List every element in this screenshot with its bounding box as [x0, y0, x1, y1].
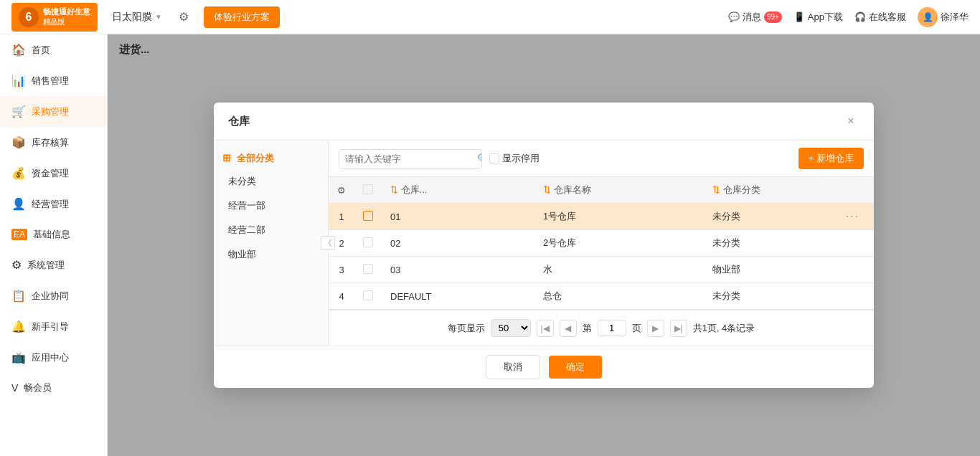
- user-item[interactable]: 👤 徐泽华: [918, 7, 969, 27]
- category-item-dept1[interactable]: 经营一部: [214, 194, 328, 218]
- show-disabled-label[interactable]: 显示停用: [489, 152, 540, 165]
- sidebar-item-enterprise[interactable]: 📋 企业协同: [0, 280, 107, 311]
- sidebar-item-purchase[interactable]: 🛒 采购管理: [0, 96, 107, 127]
- collapse-button[interactable]: 《: [321, 236, 335, 250]
- sidebar-label-enterprise: 企业协同: [32, 290, 69, 303]
- message-icon: 💬: [728, 11, 740, 22]
- sidebar-item-newbie[interactable]: 🔔 新手引导: [0, 311, 107, 342]
- app-download-item[interactable]: 📱 App下载: [793, 11, 843, 24]
- table-row[interactable]: 2 02 2号仓库 未分类: [329, 230, 874, 257]
- sidebar-label-purchase: 采购管理: [32, 105, 69, 118]
- dialog-header: 仓库 ×: [214, 103, 874, 141]
- app-logo: 6 畅捷通好生意 精品版: [11, 3, 98, 32]
- home-icon: 🏠: [11, 43, 26, 57]
- warehouse-table: ⚙ ⇅ 仓库... ⇅ 仓库名称: [329, 177, 874, 310]
- col-code: ⇅ 仓库...: [382, 177, 534, 204]
- header-right: 💬 消息 99+ 📱 App下载 🎧 在线客服 👤 徐泽华: [728, 7, 969, 27]
- sidebar-item-basic[interactable]: EA 基础信息: [0, 219, 107, 250]
- last-page-button[interactable]: ▶|: [670, 320, 687, 337]
- prev-page-button[interactable]: ◀: [560, 320, 577, 337]
- search-input[interactable]: [339, 150, 471, 168]
- sidebar-item-appcenter[interactable]: 📺 应用中心: [0, 342, 107, 373]
- sidebar-item-finance[interactable]: 💰 资金管理: [0, 158, 107, 189]
- sort-icon: ⇅: [390, 184, 398, 195]
- member-icon: V: [11, 382, 18, 394]
- show-disabled-checkbox[interactable]: [489, 153, 499, 163]
- avatar: 👤: [918, 7, 938, 27]
- category-header[interactable]: ⊞ 全部分类: [214, 148, 328, 169]
- row-index: 3: [329, 257, 354, 283]
- sidebar-item-home[interactable]: 🏠 首页: [0, 34, 107, 65]
- settings-icon[interactable]: ⚙: [172, 6, 195, 29]
- row-name: 水: [534, 257, 705, 283]
- row-index: 1: [329, 204, 354, 230]
- online-service-label: 在线客服: [869, 11, 906, 24]
- headset-icon: 🎧: [854, 11, 866, 22]
- sidebar-item-member[interactable]: V 畅会员: [0, 373, 107, 403]
- row-code: 03: [382, 257, 534, 283]
- sidebar-label-inventory: 库存核算: [32, 136, 69, 149]
- search-icon-button[interactable]: 🔍: [471, 150, 482, 168]
- sort-icon-name: ⇅: [543, 184, 551, 195]
- phone-icon: 📱: [793, 11, 805, 22]
- dialog-body: ⊞ 全部分类 《 未分类 经营一部 经营二部 物业部: [214, 141, 874, 346]
- table-row[interactable]: 4 DEFAULT 总仓 未分类: [329, 283, 874, 310]
- sales-icon: 📊: [11, 74, 26, 87]
- page-label: 页: [632, 322, 641, 335]
- dialog-title: 仓库: [228, 115, 250, 128]
- category-item-unclassified[interactable]: 未分类: [214, 169, 328, 194]
- row-checkbox[interactable]: [354, 230, 382, 257]
- col-name: ⇅ 仓库名称: [534, 177, 705, 204]
- row-checkbox[interactable]: [354, 204, 382, 230]
- first-page-button[interactable]: |◀: [537, 320, 554, 337]
- per-page-select[interactable]: 50 100 200: [491, 319, 531, 337]
- select-all-checkbox[interactable]: [363, 184, 373, 194]
- table-row[interactable]: 1 01 1号仓库 未分类 ···: [329, 204, 874, 230]
- inventory-icon: 📦: [11, 136, 26, 149]
- row-code: DEFAULT: [382, 283, 534, 310]
- warehouse-dialog: 仓库 × ⊞ 全部分类 《 未分类: [214, 103, 874, 388]
- sidebar-item-operation[interactable]: 👤 经营管理: [0, 189, 107, 219]
- page-text: 第: [583, 322, 592, 335]
- sidebar-item-inventory[interactable]: 📦 库存核算: [0, 127, 107, 158]
- sidebar-label-basic: 基础信息: [33, 228, 70, 241]
- row-checkbox[interactable]: [354, 257, 382, 283]
- store-selector[interactable]: 日太阳膜 ▼: [112, 11, 165, 24]
- row-category: 物业部: [704, 257, 874, 283]
- online-service-item[interactable]: 🎧 在线客服: [854, 11, 906, 24]
- dialog-footer: 取消 确定: [214, 346, 874, 388]
- table-row[interactable]: 3 03 水 物业部: [329, 257, 874, 283]
- table-toolbar: 🔍 显示停用 + 新增仓库: [329, 141, 874, 177]
- app-download-label: App下载: [808, 11, 843, 24]
- main-content: 首页 进货... 进货... 仓库 ×: [108, 34, 980, 456]
- close-icon[interactable]: ×: [842, 113, 859, 130]
- confirm-button[interactable]: 确定: [549, 356, 602, 379]
- col-gear: ⚙: [329, 177, 354, 204]
- cancel-button[interactable]: 取消: [486, 355, 540, 379]
- purchase-icon: 🛒: [11, 105, 26, 118]
- message-badge: 99+: [764, 11, 782, 23]
- row-category: 未分类 ···: [704, 204, 874, 230]
- sidebar-label-appcenter: 应用中心: [32, 351, 69, 364]
- messages-item[interactable]: 💬 消息 99+: [728, 11, 782, 24]
- sidebar-item-system[interactable]: ⚙ 系统管理: [0, 250, 107, 280]
- category-item-property[interactable]: 物业部: [214, 242, 328, 267]
- row-index: 4: [329, 283, 354, 310]
- search-box: 🔍: [339, 149, 482, 168]
- row-code: 01: [382, 204, 534, 230]
- col-category: ⇅ 仓库分类: [704, 177, 874, 204]
- row-action-dots[interactable]: ···: [846, 210, 859, 223]
- sort-icon-cat: ⇅: [712, 184, 720, 195]
- sidebar-item-sales[interactable]: 📊 销售管理: [0, 65, 107, 96]
- trial-button[interactable]: 体验行业方案: [204, 6, 280, 28]
- page-input[interactable]: [598, 320, 626, 336]
- table-panel: 🔍 显示停用 + 新增仓库: [329, 141, 874, 346]
- main-layout: 🏠 首页 📊 销售管理 🛒 采购管理 📦 库存核算 💰 资金管理 👤 经营管理 …: [0, 34, 980, 456]
- new-warehouse-button[interactable]: + 新增仓库: [798, 148, 864, 169]
- total-label: 共1页, 4条记录: [693, 322, 755, 335]
- row-checkbox[interactable]: [354, 283, 382, 310]
- category-item-dept2[interactable]: 经营二部: [214, 218, 328, 242]
- next-page-button[interactable]: ▶: [647, 320, 664, 337]
- messages-label: 消息: [743, 11, 761, 24]
- gear-icon: ⚙: [337, 185, 346, 196]
